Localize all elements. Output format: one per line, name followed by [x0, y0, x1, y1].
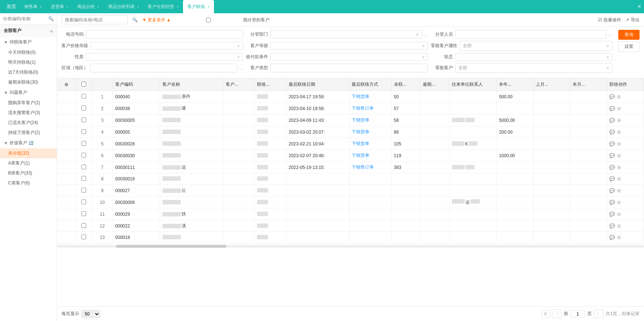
message-icon[interactable]: 💬 — [609, 188, 615, 193]
close-icon[interactable]: × — [207, 5, 210, 9]
row-checkbox[interactable] — [81, 106, 86, 110]
select-all-checkbox[interactable] — [81, 82, 86, 87]
row-checkbox[interactable] — [81, 223, 86, 228]
lastway-link[interactable]: 下销货单 — [352, 117, 369, 123]
grid-icon[interactable]: ⊞ — [617, 176, 621, 181]
grid-icon[interactable]: ⊞ — [617, 165, 621, 170]
row-check-cell[interactable] — [76, 126, 92, 138]
row-check-cell[interactable] — [76, 114, 92, 126]
close-icon[interactable]: × — [66, 5, 68, 9]
lastway-link[interactable]: 下销售订单 — [352, 165, 374, 170]
row-checkbox[interactable] — [81, 188, 86, 193]
sidebar-item-today[interactable]: 今天待联络(0) — [0, 47, 57, 57]
lastway-link[interactable]: 下销货单 — [352, 153, 369, 158]
my-customers-check[interactable] — [175, 18, 242, 22]
window-close-button[interactable]: × — [638, 3, 641, 10]
scrollbar-thumb[interactable] — [116, 245, 226, 248]
export-button[interactable]: ↗ 导出 — [626, 17, 640, 23]
row-checkbox[interactable] — [81, 94, 86, 99]
region-input[interactable] — [90, 64, 237, 73]
row-checkbox[interactable] — [81, 165, 86, 169]
th-thismonth[interactable]: 本月... — [570, 78, 607, 91]
next-page-button[interactable]: 〉 — [594, 310, 603, 318]
status-select[interactable]: ∨ — [455, 53, 612, 61]
row-check-cell[interactable] — [76, 208, 92, 220]
row-checkbox[interactable] — [81, 141, 86, 146]
row-checkbox[interactable] — [81, 117, 86, 122]
th-unlinkdays[interactable]: 未联... — [391, 78, 420, 91]
th-gear[interactable]: ⚙ — [57, 78, 76, 91]
th-lastway[interactable]: 最后联络方式 — [349, 78, 391, 91]
row-checkbox[interactable] — [81, 129, 86, 134]
close-icon[interactable]: × — [176, 5, 179, 9]
tab-customer-contact[interactable]: 客户联络 × — [183, 0, 214, 13]
tab-product-analysis[interactable]: 商品分析 × — [73, 0, 104, 13]
message-icon[interactable]: 💬 — [609, 212, 615, 217]
grid-icon[interactable]: ⊞ — [617, 106, 621, 111]
row-check-cell[interactable] — [76, 232, 92, 243]
price-level-select[interactable]: ∨ — [90, 42, 243, 50]
dept-more-icon[interactable]: … — [423, 32, 428, 37]
grid-icon[interactable]: ⊞ — [617, 130, 621, 135]
th-contacts[interactable]: 往来单位联系人 — [449, 78, 497, 91]
sidebar-item-declining[interactable]: 持续下滑客户(2) — [0, 128, 57, 138]
retail-customer-select[interactable]: 全部 ∨ — [455, 63, 612, 73]
row-check-cell[interactable] — [76, 162, 92, 173]
grid-icon[interactable]: ⊞ — [617, 223, 621, 229]
row-check-cell[interactable] — [76, 185, 92, 197]
manager-input[interactable] — [455, 30, 606, 39]
retail-attr-select[interactable]: 全部 ∨ — [460, 41, 612, 51]
row-check-cell[interactable] — [76, 150, 92, 162]
grid-icon[interactable]: ⊞ — [617, 188, 621, 193]
tab-purchase[interactable]: 进货单 × — [46, 0, 73, 13]
message-icon[interactable]: 💬 — [609, 153, 615, 158]
tab-product-analysis-list[interactable]: 商品分析列表 × — [104, 0, 144, 13]
grid-icon[interactable]: ⊞ — [617, 200, 621, 205]
current-page-input[interactable]: 1 — [570, 310, 585, 318]
horizontal-scrollbar[interactable] — [57, 245, 644, 248]
grid-icon[interactable]: ⊞ — [617, 153, 621, 158]
row-checkbox[interactable] — [81, 234, 86, 239]
message-icon[interactable]: 💬 — [609, 141, 615, 147]
reset-button[interactable]: 设置 — [618, 41, 640, 52]
lastway-link[interactable]: 下销售订单 — [352, 106, 374, 111]
my-customers-checkbox[interactable]: 我分管的客户 — [175, 17, 270, 23]
grid-icon[interactable]: ⊞ — [617, 118, 621, 123]
th-contact[interactable]: 联络... — [255, 78, 286, 91]
row-check-cell[interactable] — [76, 91, 92, 103]
payment-select[interactable]: ∨ — [270, 53, 427, 61]
sidebar-item-class-a[interactable]: A类客户(1) — [0, 158, 57, 168]
message-icon[interactable]: 💬 — [609, 235, 615, 240]
batch-ops-button[interactable]: ☑ 批量操作 — [598, 17, 621, 23]
row-checkbox[interactable] — [81, 211, 86, 216]
message-icon[interactable]: 💬 — [609, 200, 615, 205]
query-button[interactable]: 查询 — [618, 30, 640, 40]
message-icon[interactable]: 💬 — [609, 94, 615, 99]
close-icon[interactable]: × — [97, 5, 99, 9]
close-icon[interactable]: × — [137, 5, 139, 9]
region-more-icon[interactable]: … — [239, 66, 243, 71]
sidebar-group-pending[interactable]: ▼ 待联络客户 — [0, 37, 57, 47]
row-checkbox[interactable] — [81, 200, 86, 204]
manager-more-icon[interactable]: … — [608, 32, 612, 37]
sidebar-item-abnormal[interactable]: 囤购异常客户(2) — [0, 98, 57, 108]
sidebar-item-class-c[interactable]: C类客户(6) — [0, 178, 57, 188]
customer-level-select[interactable]: ∨ — [270, 42, 427, 50]
message-icon[interactable]: 💬 — [609, 106, 615, 111]
row-check-cell[interactable] — [76, 173, 92, 185]
lastway-link[interactable]: 下销货单 — [352, 141, 369, 146]
sidebar-item-overdue[interactable]: 逾期未联络(30) — [0, 77, 57, 87]
row-checkbox[interactable] — [81, 176, 86, 181]
row-check-cell[interactable] — [76, 197, 92, 208]
search-button[interactable]: 🔍 — [132, 17, 138, 22]
close-icon[interactable]: × — [40, 5, 42, 9]
sidebar-group-value[interactable]: ▼ 价值客户 🔄 — [0, 138, 57, 148]
sidebar-item-ungroup[interactable]: 未分组(32) — [0, 148, 57, 158]
page-size-select[interactable]: 20 50 100 — [81, 310, 100, 318]
nature-select[interactable]: ∨ — [86, 53, 243, 61]
message-icon[interactable]: 💬 — [609, 130, 615, 135]
grid-icon[interactable]: ⊞ — [617, 94, 621, 99]
category-search-input[interactable] — [3, 16, 47, 21]
all-customers-header[interactable]: 全部客户 « — [0, 25, 57, 37]
grid-icon[interactable]: ⊞ — [617, 212, 621, 217]
